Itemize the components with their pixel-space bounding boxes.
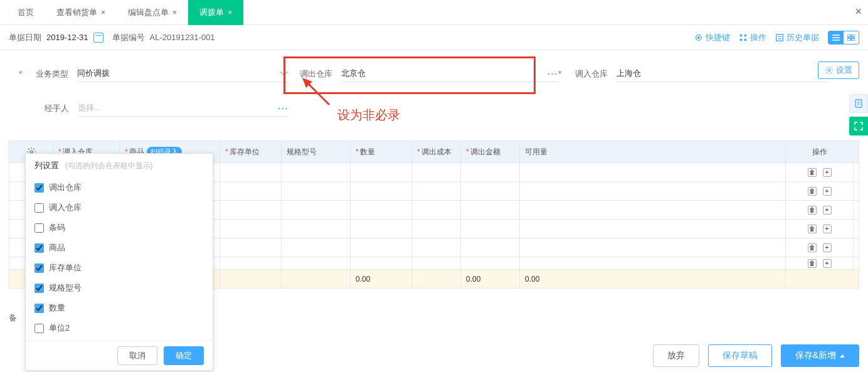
in-wh-label: 调入仓库 — [564, 68, 608, 80]
svg-rect-12 — [847, 35, 850, 37]
add-row-icon[interactable]: + — [823, 187, 832, 196]
view-list-icon[interactable] — [828, 31, 844, 44]
close-icon[interactable]: × — [855, 5, 862, 18]
biz-type-label: 业务类型 — [24, 68, 68, 80]
side-float — [849, 94, 868, 139]
list-icon — [775, 33, 784, 42]
delete-row-icon[interactable]: 🗑 — [808, 187, 817, 196]
th-out-cost: *调出成本 — [412, 141, 461, 162]
col-item[interactable]: 库存单位 — [34, 258, 204, 278]
tab-view-sales[interactable]: 查看销货单× — [45, 0, 117, 25]
tab-home[interactable]: 首页 — [6, 0, 45, 25]
delete-row-icon[interactable]: 🗑 — [808, 206, 817, 215]
out-wh-value: 北京仓 — [341, 68, 366, 79]
th-unit: *库存单位 — [220, 141, 282, 162]
checkbox[interactable] — [34, 284, 44, 293]
summary-out-amount: 0.00 — [520, 270, 786, 288]
popup-footer: 取消 确定 — [26, 341, 213, 370]
tab-label: 调拨单 — [199, 7, 224, 18]
save-new-button[interactable]: 保存&新增 — [781, 344, 859, 367]
settings-button[interactable]: 设置 — [818, 61, 859, 79]
col-item[interactable]: 调出仓库 — [34, 178, 204, 198]
popup-body[interactable]: 调出仓库 调入仓库 条码 商品 库存单位 规格型号 数量 单位2 — [26, 178, 213, 341]
col-item[interactable]: 条码 — [34, 218, 204, 238]
col-item[interactable]: 商品 — [34, 238, 204, 258]
add-row-icon[interactable]: + — [823, 225, 832, 233]
tab-label: 首页 — [18, 7, 34, 18]
cancel-button[interactable]: 取消 — [117, 346, 157, 365]
add-row-icon[interactable]: + — [823, 243, 832, 252]
svg-rect-4 — [740, 38, 743, 41]
checkbox[interactable] — [34, 243, 44, 253]
th-out-amount: *调出金额 — [461, 141, 520, 162]
delete-row-icon[interactable]: 🗑 — [808, 168, 817, 177]
header-row: 单据日期 2019-12-31 单据编号 AL-20191231-001 快捷键… — [0, 25, 868, 50]
doc-no-label: 单据编号 — [112, 32, 145, 43]
add-row-icon[interactable]: + — [823, 206, 832, 215]
operate-link[interactable]: 操作 — [739, 32, 766, 43]
delete-row-icon[interactable]: 🗑 — [808, 225, 817, 233]
checkbox[interactable] — [34, 183, 44, 193]
doc-no-value: AL-20191231-001 — [150, 33, 215, 42]
col-item[interactable]: 单位2 — [34, 318, 204, 338]
biz-type-group: * 业务类型 同价调拨 — [19, 65, 288, 82]
target-icon — [694, 33, 703, 42]
col-item[interactable]: 数量 — [34, 298, 204, 318]
checkbox[interactable] — [34, 324, 44, 333]
summary-qty: 0.00 — [351, 270, 412, 288]
view-toggle — [828, 31, 859, 45]
handler-group: 经手人 选择... ··· — [19, 100, 288, 117]
svg-point-1 — [698, 36, 700, 38]
calendar-icon[interactable] — [93, 33, 103, 43]
out-wh-combo[interactable]: 北京仓 ··· — [341, 65, 558, 82]
expand-float-button[interactable] — [849, 117, 868, 136]
svg-rect-3 — [744, 34, 747, 36]
close-icon[interactable]: × — [172, 8, 177, 17]
out-wh-group: 调出仓库 北京仓 ··· — [288, 65, 558, 82]
biz-type-combo[interactable]: 同价调拨 — [77, 65, 288, 82]
checkbox[interactable] — [34, 223, 44, 233]
th-qty: *数量 — [351, 141, 412, 162]
svg-rect-6 — [776, 34, 783, 41]
popup-title: 列设置 — [34, 161, 59, 170]
form-area: * 业务类型 同价调拨 调出仓库 北京仓 ··· * 调入仓库 上海仓 ··· … — [0, 50, 868, 141]
close-icon[interactable]: × — [228, 8, 232, 17]
popup-header: 列设置 (勾选的列会在表格中显示) — [26, 154, 213, 178]
checkbox[interactable] — [34, 304, 44, 313]
svg-rect-18 — [855, 100, 862, 107]
tab-edit-inventory[interactable]: 编辑盘点单× — [117, 0, 188, 25]
close-icon[interactable]: × — [101, 8, 105, 17]
add-row-icon[interactable]: + — [823, 168, 832, 177]
tab-transfer[interactable]: 调拨单× — [188, 0, 243, 25]
checkbox[interactable] — [34, 203, 44, 213]
add-row-icon[interactable]: + — [823, 259, 832, 268]
discard-button[interactable]: 放弃 — [653, 344, 699, 367]
footer-bar: 放弃 保存草稿 保存&新增 — [653, 344, 859, 367]
th-avail: 可用量 — [520, 141, 786, 162]
ellipsis-icon: ··· — [278, 104, 288, 113]
column-settings-popup: 列设置 (勾选的列会在表格中显示) 调出仓库 调入仓库 条码 商品 库存单位 规… — [25, 153, 213, 371]
checkbox[interactable] — [34, 263, 44, 273]
tabs-bar: 首页 查看销货单× 编辑盘点单× 调拨单× × — [0, 0, 868, 25]
delete-row-icon[interactable]: 🗑 — [808, 243, 817, 252]
col-item[interactable]: 调入仓库 — [34, 198, 204, 218]
doc-float-button[interactable] — [849, 94, 868, 113]
summary-out-cost: 0.00 — [461, 270, 520, 288]
shortcut-link[interactable]: 快捷键 — [694, 32, 730, 43]
svg-rect-5 — [744, 38, 747, 41]
save-draft-button[interactable]: 保存草稿 — [708, 344, 772, 367]
svg-rect-15 — [852, 38, 855, 41]
gear-icon — [825, 66, 834, 75]
delete-row-icon[interactable]: 🗑 — [808, 259, 817, 268]
history-link[interactable]: 历史单据 — [775, 32, 819, 43]
handler-placeholder: 选择... — [78, 102, 101, 114]
in-wh-combo[interactable]: 上海仓 ··· — [617, 65, 828, 82]
ok-button[interactable]: 确定 — [164, 346, 204, 365]
grid-icon — [739, 33, 748, 42]
view-card-icon[interactable] — [844, 31, 859, 44]
col-item[interactable]: 规格型号 — [34, 278, 204, 298]
svg-rect-14 — [847, 38, 850, 41]
handler-combo[interactable]: 选择... ··· — [78, 100, 288, 117]
doc-date-value[interactable]: 2019-12-31 — [46, 33, 88, 42]
tab-label: 编辑盘点单 — [128, 7, 169, 18]
